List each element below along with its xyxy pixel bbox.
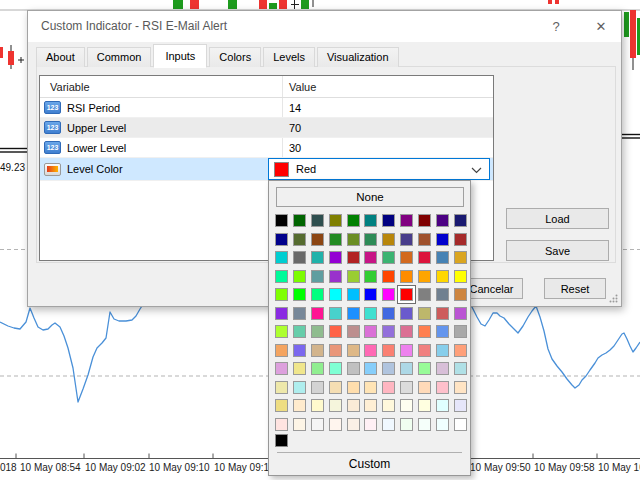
palette-swatch-105[interactable] bbox=[382, 381, 395, 394]
palette-swatch-42[interactable] bbox=[436, 270, 449, 283]
palette-swatch-43[interactable] bbox=[454, 270, 467, 283]
palette-swatch-35[interactable] bbox=[311, 270, 324, 283]
palette-swatch-37[interactable] bbox=[347, 270, 360, 283]
palette-swatch-114[interactable] bbox=[347, 399, 360, 412]
palette-swatch-55[interactable] bbox=[275, 307, 288, 320]
palette-swatch-23[interactable] bbox=[293, 251, 306, 264]
palette-swatch-32[interactable] bbox=[454, 251, 467, 264]
load-button[interactable]: Load bbox=[506, 208, 609, 229]
palette-swatch-24[interactable] bbox=[311, 251, 324, 264]
palette-swatch-10[interactable] bbox=[454, 214, 467, 227]
palette-swatch-20[interactable] bbox=[436, 233, 449, 246]
palette-swatch-52[interactable] bbox=[418, 288, 431, 301]
palette-swatch-131[interactable] bbox=[454, 418, 467, 431]
palette-swatch-59[interactable] bbox=[347, 307, 360, 320]
palette-swatch-1[interactable] bbox=[293, 214, 306, 227]
palette-swatch-85[interactable] bbox=[418, 344, 431, 357]
palette-swatch-30[interactable] bbox=[418, 251, 431, 264]
palette-swatch-124[interactable] bbox=[329, 418, 342, 431]
palette-swatch-48[interactable] bbox=[347, 288, 360, 301]
palette-swatch-100[interactable] bbox=[293, 381, 306, 394]
tab-about[interactable]: About bbox=[36, 47, 85, 67]
palette-swatch-7[interactable] bbox=[400, 214, 413, 227]
palette-swatch-36[interactable] bbox=[329, 270, 342, 283]
palette-swatch-45[interactable] bbox=[293, 288, 306, 301]
palette-swatch-12[interactable] bbox=[293, 233, 306, 246]
palette-swatch-67[interactable] bbox=[293, 325, 306, 338]
palette-swatch-51[interactable] bbox=[400, 288, 413, 301]
palette-swatch-78[interactable] bbox=[293, 344, 306, 357]
palette-swatch-27[interactable] bbox=[364, 251, 377, 264]
palette-swatch-25[interactable] bbox=[329, 251, 342, 264]
palette-swatch-99[interactable] bbox=[275, 381, 288, 394]
palette-swatch-115[interactable] bbox=[364, 399, 377, 412]
palette-swatch-116[interactable] bbox=[382, 399, 395, 412]
palette-swatch-70[interactable] bbox=[347, 325, 360, 338]
palette-swatch-57[interactable] bbox=[311, 307, 324, 320]
palette-swatch-101[interactable] bbox=[311, 381, 324, 394]
palette-swatch-87[interactable] bbox=[454, 344, 467, 357]
palette-swatch-74[interactable] bbox=[418, 325, 431, 338]
resize-grip[interactable] bbox=[609, 294, 618, 303]
palette-swatch-33[interactable] bbox=[275, 270, 288, 283]
palette-swatch-86[interactable] bbox=[436, 344, 449, 357]
palette-swatch-56[interactable] bbox=[293, 307, 306, 320]
tab-visualization[interactable]: Visualization bbox=[317, 47, 399, 67]
palette-swatch-75[interactable] bbox=[436, 325, 449, 338]
reset-button[interactable]: Reset bbox=[544, 278, 606, 299]
palette-swatch-121[interactable] bbox=[275, 418, 288, 431]
tab-inputs[interactable]: Inputs bbox=[153, 44, 207, 68]
palette-swatch-22[interactable] bbox=[275, 251, 288, 264]
none-button[interactable]: None bbox=[276, 187, 464, 207]
palette-swatch-54[interactable] bbox=[454, 288, 467, 301]
palette-swatch-68[interactable] bbox=[311, 325, 324, 338]
palette-swatch-71[interactable] bbox=[364, 325, 377, 338]
palette-swatch-126[interactable] bbox=[364, 418, 377, 431]
save-button[interactable]: Save bbox=[506, 240, 609, 261]
palette-swatch-62[interactable] bbox=[400, 307, 413, 320]
palette-swatch-111[interactable] bbox=[293, 399, 306, 412]
palette-swatch-4[interactable] bbox=[347, 214, 360, 227]
palette-swatch-29[interactable] bbox=[400, 251, 413, 264]
palette-swatch-98[interactable] bbox=[454, 362, 467, 375]
palette-swatch-103[interactable] bbox=[347, 381, 360, 394]
palette-swatch-130[interactable] bbox=[436, 418, 449, 431]
palette-swatch-8[interactable] bbox=[418, 214, 431, 227]
table-row[interactable]: 123RSI Period14 bbox=[40, 98, 493, 118]
palette-swatch-44[interactable] bbox=[275, 288, 288, 301]
palette-swatch-53[interactable] bbox=[436, 288, 449, 301]
tab-colors[interactable]: Colors bbox=[209, 47, 261, 67]
palette-swatch-77[interactable] bbox=[275, 344, 288, 357]
palette-swatch-66[interactable] bbox=[275, 325, 288, 338]
palette-swatch-125[interactable] bbox=[347, 418, 360, 431]
palette-swatch-119[interactable] bbox=[436, 399, 449, 412]
palette-swatch-16[interactable] bbox=[364, 233, 377, 246]
palette-swatch-50[interactable] bbox=[382, 288, 395, 301]
palette-swatch-90[interactable] bbox=[311, 362, 324, 375]
palette-swatch-17[interactable] bbox=[382, 233, 395, 246]
palette-swatch-112[interactable] bbox=[311, 399, 324, 412]
palette-swatch-97[interactable] bbox=[436, 362, 449, 375]
palette-swatch-81[interactable] bbox=[347, 344, 360, 357]
palette-swatch-84[interactable] bbox=[400, 344, 413, 357]
palette-swatch-127[interactable] bbox=[382, 418, 395, 431]
palette-swatch-82[interactable] bbox=[364, 344, 377, 357]
palette-swatch-110[interactable] bbox=[275, 399, 288, 412]
palette-swatch-122[interactable] bbox=[293, 418, 306, 431]
palette-swatch-76[interactable] bbox=[454, 325, 467, 338]
palette-swatch-63[interactable] bbox=[418, 307, 431, 320]
palette-swatch-39[interactable] bbox=[382, 270, 395, 283]
palette-swatch-128[interactable] bbox=[400, 418, 413, 431]
palette-swatch-65[interactable] bbox=[454, 307, 467, 320]
close-icon[interactable]: ✕ bbox=[584, 11, 618, 42]
palette-swatch-15[interactable] bbox=[347, 233, 360, 246]
dialog-titlebar[interactable]: Custom Indicator - RSI E-Mail Alert ? ✕ bbox=[28, 11, 621, 42]
palette-swatch-107[interactable] bbox=[418, 381, 431, 394]
palette-swatch-92[interactable] bbox=[347, 362, 360, 375]
palette-swatch-93[interactable] bbox=[364, 362, 377, 375]
palette-swatch-108[interactable] bbox=[436, 381, 449, 394]
palette-swatch-88[interactable] bbox=[275, 362, 288, 375]
palette-swatch-40[interactable] bbox=[400, 270, 413, 283]
palette-swatch-129[interactable] bbox=[418, 418, 431, 431]
palette-swatch-11[interactable] bbox=[275, 233, 288, 246]
